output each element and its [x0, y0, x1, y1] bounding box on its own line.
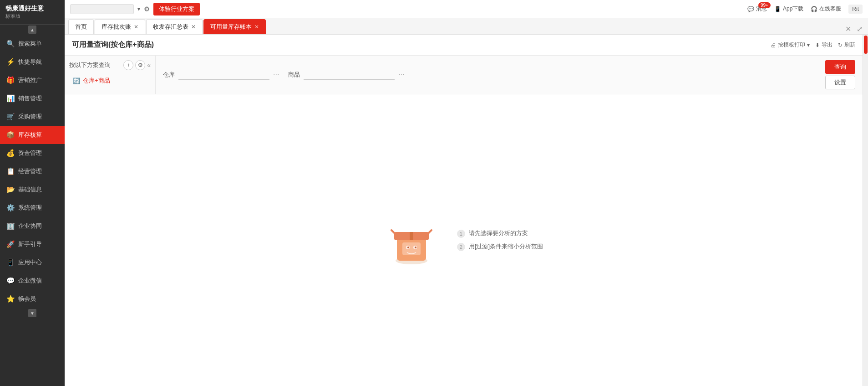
tab-batch-label: 库存批次账	[102, 23, 131, 31]
sidebar-item-member[interactable]: ⭐ 畅会员	[0, 290, 65, 308]
filter-goods-label: 商品	[288, 71, 300, 79]
sidebar-item-system[interactable]: ⚙️ 系统管理	[0, 199, 65, 217]
sidebar-item-sales-label: 销售管理	[18, 94, 42, 103]
app-icon: 📱	[774, 6, 781, 12]
wechat-icon: 💬	[6, 277, 15, 285]
scheme-add-btn[interactable]: +	[123, 60, 133, 70]
sidebar-item-inventory[interactable]: 📦 库存核算	[0, 126, 65, 144]
marketing-icon: 🎁	[6, 76, 15, 84]
tab-available[interactable]: 可用量库存账本 ✕	[203, 19, 266, 34]
tip-num-1: 1	[457, 230, 465, 238]
tab-home-label: 首页	[75, 23, 87, 31]
export-btn[interactable]: ⬇ 导出	[815, 41, 832, 49]
close-window-btn[interactable]: ✕	[843, 24, 853, 34]
tab-home[interactable]: 首页	[68, 19, 94, 34]
expand-window-btn[interactable]: ⤢	[855, 24, 864, 34]
refresh-btn[interactable]: ↻ 刷新	[838, 41, 855, 49]
sidebar-item-enterprise-label: 企业协同	[18, 222, 42, 230]
app-download-btn[interactable]: 📱 App下载	[774, 5, 803, 13]
sidebar-item-shortcut[interactable]: ⚡ 快捷导航	[0, 53, 65, 71]
basic-icon: 📂	[6, 185, 15, 194]
online-service-btn[interactable]: 🎧 在线客服	[811, 5, 841, 13]
topbar-search-input[interactable]	[70, 4, 134, 14]
sidebar-item-marketing[interactable]: 🎁 营销推广	[0, 71, 65, 89]
settings-btn[interactable]: 设置	[825, 76, 855, 89]
sidebar-item-basic[interactable]: 📂 基础信息	[0, 180, 65, 199]
message-btn[interactable]: 💬 消息 99+	[747, 5, 767, 13]
sidebar-item-search-label: 搜索菜单	[18, 40, 42, 48]
scheme-settings-icon: ⚙	[138, 62, 143, 68]
sidebar-item-shortcut-label: 快捷导航	[18, 58, 42, 66]
sales-icon: 📊	[6, 94, 15, 103]
scheme-panel-title: 按以下方案查询	[69, 61, 111, 69]
sidebar-item-member-label: 畅会员	[18, 295, 36, 303]
sidebar-item-operation[interactable]: 📋 经营管理	[0, 162, 65, 180]
query-btn[interactable]: 查询	[825, 60, 855, 74]
sidebar-item-purchase[interactable]: 🛒 采购管理	[0, 108, 65, 126]
svg-point-6	[407, 247, 409, 248]
filter-goods-more-btn[interactable]: ···	[398, 71, 404, 79]
tab-available-label: 可用量库存账本	[210, 23, 252, 31]
tab-batch-close[interactable]: ✕	[134, 24, 138, 30]
user-label: Rit	[852, 6, 859, 12]
newuser-icon: 🚀	[6, 240, 15, 248]
query-section: 按以下方案查询 + ⚙ « 🔄 仓库+商品	[65, 56, 863, 94]
service-icon: 🎧	[811, 6, 817, 12]
right-scrollbar[interactable]	[863, 35, 868, 386]
member-icon: ⭐	[6, 295, 15, 303]
scheme-settings-btn[interactable]: ⚙	[135, 60, 145, 70]
shortcut-icon: ⚡	[6, 58, 15, 66]
page-title: 可用量查询(按仓库+商品)	[72, 40, 154, 50]
app-label: App下载	[783, 5, 803, 13]
tab-summary[interactable]: 收发存汇总表 ✕	[146, 19, 203, 34]
topbar-gear-icon[interactable]: ⚙	[144, 5, 150, 13]
filter-warehouse-more-btn[interactable]: ···	[273, 71, 279, 79]
filter-goods-input[interactable]	[304, 70, 395, 80]
filter-goods: 商品 ···	[288, 70, 404, 80]
content-area: 可用量查询(按仓库+商品) 🖨 按模板打印 ▾ ⬇ 导出 ↻ 刷新	[65, 35, 868, 386]
tip-num-2: 2	[457, 243, 465, 251]
sidebar-item-finance-label: 资金管理	[18, 149, 42, 157]
search-icon: 🔍	[6, 40, 15, 48]
empty-tip-2: 2 用[过滤]条件来缩小分析范围	[457, 242, 543, 251]
tab-bar: 首页 库存批次账 ✕ 收发存汇总表 ✕ 可用量库存账本 ✕ ✕ ⤢	[65, 18, 868, 35]
scheme-panel-header: 按以下方案查询 + ⚙ «	[69, 60, 151, 70]
sidebar-item-appcenter[interactable]: 📱 应用中心	[0, 253, 65, 272]
scheme-collapse-btn[interactable]: «	[147, 62, 151, 69]
tab-available-close[interactable]: ✕	[254, 24, 259, 30]
topbar: ▾ ⚙ 体验行业方案 💬 消息 99+ 📱 App下载 🎧 在线客服 Rit	[65, 0, 868, 18]
scheme-item-icon: 🔄	[73, 77, 80, 84]
tab-batch[interactable]: 库存批次账 ✕	[95, 19, 145, 34]
main-area: ▾ ⚙ 体验行业方案 💬 消息 99+ 📱 App下载 🎧 在线客服 Rit	[65, 0, 868, 386]
page: 可用量查询(按仓库+商品) 🖨 按模板打印 ▾ ⬇ 导出 ↻ 刷新	[65, 35, 863, 386]
empty-svg	[384, 213, 439, 268]
sidebar-item-enterprise[interactable]: 🏢 企业协同	[0, 217, 65, 235]
print-btn[interactable]: 🖨 按模板打印 ▾	[771, 41, 810, 49]
sidebar-item-search[interactable]: 🔍 搜索菜单	[0, 35, 65, 53]
enterprise-icon: 🏢	[6, 222, 15, 230]
scroll-up-btn[interactable]: ▲	[28, 26, 36, 34]
industry-btn[interactable]: 体验行业方案	[153, 3, 200, 15]
svg-point-7	[415, 247, 416, 248]
topbar-dropdown-btn[interactable]: ▾	[137, 6, 140, 12]
scrollbar-thumb[interactable]	[864, 36, 868, 54]
tab-summary-close[interactable]: ✕	[191, 24, 196, 30]
sidebar-item-appcenter-label: 应用中心	[18, 258, 42, 267]
scheme-item-warehouse-goods[interactable]: 🔄 仓库+商品	[69, 74, 151, 87]
sidebar-item-wechat[interactable]: 💬 企业微信	[0, 272, 65, 290]
filter-warehouse-input[interactable]	[178, 70, 269, 80]
print-icon: 🖨	[771, 42, 776, 48]
tip-text-2: 用[过滤]条件来缩小分析范围	[469, 242, 543, 251]
window-btns: ✕ ⤢	[843, 24, 864, 34]
service-label: 在线客服	[819, 5, 841, 13]
sidebar-item-sales[interactable]: 📊 销售管理	[0, 89, 65, 108]
sidebar-item-newuser[interactable]: 🚀 新手引导	[0, 235, 65, 253]
scroll-down-btn[interactable]: ▼	[28, 309, 36, 317]
sidebar-item-finance[interactable]: 💰 资金管理	[0, 144, 65, 162]
tab-summary-label: 收发存汇总表	[153, 23, 188, 31]
purchase-icon: 🛒	[6, 113, 15, 121]
empty-tip-1: 1 请先选择要分析的方案	[457, 229, 543, 238]
user-menu[interactable]: Rit	[848, 5, 863, 14]
filter-warehouse-label: 仓库	[163, 71, 175, 79]
filter-panel: 仓库 ··· 商品 ··· 查询 设置	[156, 56, 863, 94]
